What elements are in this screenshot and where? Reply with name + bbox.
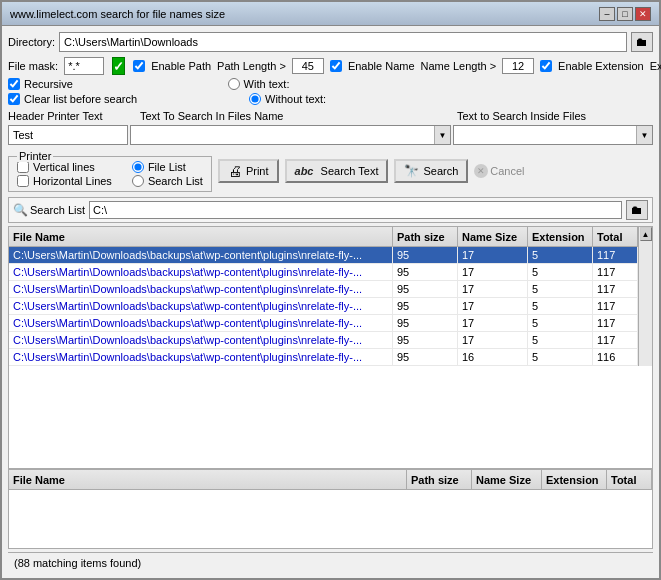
name-length-input[interactable]: [502, 58, 534, 74]
title-bar: www.limelect.com search for file names s…: [2, 2, 659, 26]
status-bar: (88 matching items found): [8, 552, 653, 572]
td-filename: C:\Users\Martin\Downloads\backups\at\wp-…: [9, 247, 393, 263]
search-button[interactable]: 🔭 Search: [394, 159, 468, 183]
search-list-input[interactable]: [89, 201, 622, 219]
text-inside-dropdown-arrow[interactable]: ▼: [636, 126, 652, 144]
main-content: Directory: 🖿 File mask: ✓ Enable Path Pa…: [2, 26, 659, 578]
text-search-input[interactable]: [131, 126, 434, 144]
text-inside-input[interactable]: [454, 126, 636, 144]
recursive-checkbox[interactable]: [8, 78, 20, 90]
table-header-top: File Name Path size Name Size Extension …: [9, 227, 638, 247]
table-row[interactable]: C:\Users\Martin\Downloads\backups\at\wp-…: [9, 264, 638, 281]
td-filename: C:\Users\Martin\Downloads\backups\at\wp-…: [9, 315, 393, 331]
cancel-icon: ✕: [474, 164, 488, 178]
table-row[interactable]: C:\Users\Martin\Downloads\backups\at\wp-…: [9, 281, 638, 298]
directory-input[interactable]: [59, 32, 627, 52]
search-text-label: Search Text: [318, 165, 379, 177]
col-pathsize-top: Path size: [393, 227, 458, 246]
path-length-input[interactable]: [292, 58, 324, 74]
status-text: (88 matching items found): [14, 557, 141, 569]
horizontal-lines-label: Horizontal Lines: [33, 175, 112, 187]
vertical-lines-row: Vertical lines: [17, 161, 112, 173]
td-filename: C:\Users\Martin\Downloads\backups\at\wp-…: [9, 298, 393, 314]
with-text-radio[interactable]: [228, 78, 240, 90]
printer-col-right: File List Search List: [132, 161, 203, 187]
td-pathsize: 95: [393, 264, 458, 280]
search-text-button[interactable]: abc Search Text: [285, 159, 389, 183]
search-list-radio-row: Search List: [132, 175, 203, 187]
window-title: www.limelect.com search for file names s…: [10, 8, 225, 20]
td-pathsize: 95: [393, 332, 458, 348]
file-list-radio[interactable]: [132, 161, 144, 173]
options-row: Recursive With text:: [8, 78, 653, 90]
search-list-browse-button[interactable]: 🖿: [626, 200, 648, 220]
maximize-button[interactable]: □: [617, 7, 633, 21]
search-label: Search: [423, 165, 458, 177]
td-ext: 5: [528, 349, 593, 365]
table-row[interactable]: C:\Users\Martin\Downloads\backups\at\wp-…: [9, 332, 638, 349]
td-total: 117: [593, 281, 638, 297]
minimize-button[interactable]: –: [599, 7, 615, 21]
col-ext-bottom: Extension: [542, 470, 607, 489]
td-ext: 5: [528, 247, 593, 263]
path-length-label: Path Length >: [217, 60, 286, 72]
search-list-label: Search List: [30, 204, 85, 216]
enable-extension-label: Enable Extension: [558, 60, 644, 72]
filemask-input[interactable]: [64, 57, 104, 75]
search-list-label-area: 🔍 Search List: [13, 203, 85, 217]
td-ext: 5: [528, 315, 593, 331]
clear-list-checkbox[interactable]: [8, 93, 20, 105]
td-pathsize: 95: [393, 247, 458, 263]
table-row[interactable]: C:\Users\Martin\Downloads\backups\at\wp-…: [9, 315, 638, 332]
text-to-search-label: Text To Search In Files Name: [130, 110, 451, 122]
table-body-top[interactable]: C:\Users\Martin\Downloads\backups\at\wp-…: [9, 247, 638, 366]
enable-path-checkbox[interactable]: [133, 60, 145, 72]
text-inside-combo[interactable]: ▼: [453, 125, 653, 145]
col-filename-bottom: File Name: [9, 470, 407, 489]
bottom-table-body: [9, 490, 652, 548]
col-ext-top: Extension: [528, 227, 593, 246]
table-row[interactable]: C:\Users\Martin\Downloads\backups\at\wp-…: [9, 298, 638, 315]
horizontal-lines-row: Horizontal Lines: [17, 175, 112, 187]
directory-browse-button[interactable]: 🖿: [631, 32, 653, 52]
scroll-up-arrow[interactable]: ▲: [640, 227, 652, 241]
td-namesize: 17: [458, 315, 528, 331]
table-row[interactable]: C:\Users\Martin\Downloads\backups\at\wp-…: [9, 247, 638, 264]
printer-inner: Vertical lines Horizontal Lines File Lis…: [17, 161, 203, 187]
clear-row: Clear list before search Without text:: [8, 93, 653, 105]
horizontal-lines-checkbox[interactable]: [17, 175, 29, 187]
table-row[interactable]: C:\Users\Martin\Downloads\backups\at\wp-…: [9, 349, 638, 366]
name-length-label: Name Length >: [421, 60, 497, 72]
td-namesize: 17: [458, 247, 528, 263]
search-list-radio[interactable]: [132, 175, 144, 187]
col-total-top: Total: [593, 227, 638, 246]
without-text-radio[interactable]: [249, 93, 261, 105]
text-search-combo[interactable]: ▼: [130, 125, 451, 145]
col-namesize-bottom: Name Size: [472, 470, 542, 489]
search-list-row: 🔍 Search List 🖿: [8, 197, 653, 223]
title-buttons: – □ ✕: [599, 7, 651, 21]
td-pathsize: 95: [393, 349, 458, 365]
header-printer-text-label: Header Printer Text: [8, 110, 128, 122]
col-namesize-top: Name Size: [458, 227, 528, 246]
td-ext: 5: [528, 281, 593, 297]
enable-name-label: Enable Name: [348, 60, 415, 72]
print-button[interactable]: 🖨 Print: [218, 159, 279, 183]
enable-extension-checkbox[interactable]: [540, 60, 552, 72]
printer-group: Printer Vertical lines Horizontal Lines: [8, 156, 212, 192]
scrollbar-top[interactable]: ▲: [638, 227, 652, 366]
search-inputs-row: ▼ ▼: [8, 125, 653, 145]
col-pathsize-bottom: Path size: [407, 470, 472, 489]
text-inside-files-label: Text to Search Inside Files: [453, 110, 653, 122]
cancel-label: Cancel: [490, 165, 524, 177]
text-search-dropdown-arrow[interactable]: ▼: [434, 126, 450, 144]
enable-name-checkbox[interactable]: [330, 60, 342, 72]
printer-col-left: Vertical lines Horizontal Lines: [17, 161, 112, 187]
td-filename: C:\Users\Martin\Downloads\backups\at\wp-…: [9, 264, 393, 280]
header-printer-input[interactable]: [8, 125, 128, 145]
td-pathsize: 95: [393, 298, 458, 314]
td-namesize: 17: [458, 298, 528, 314]
close-button[interactable]: ✕: [635, 7, 651, 21]
td-total: 117: [593, 315, 638, 331]
vertical-lines-checkbox[interactable]: [17, 161, 29, 173]
